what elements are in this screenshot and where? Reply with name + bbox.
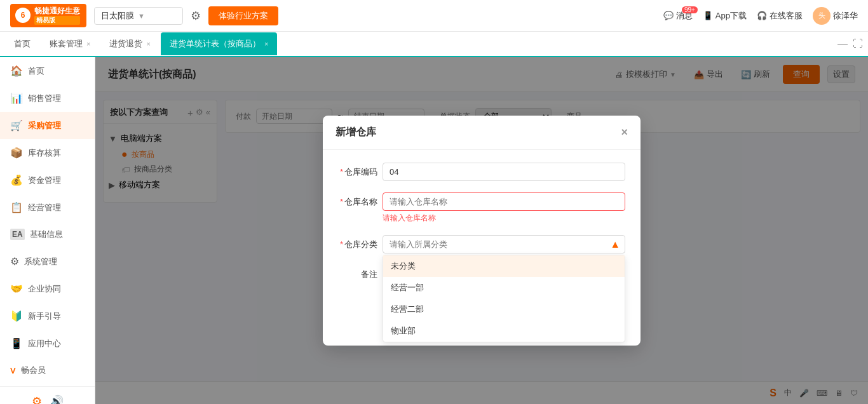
user-menu[interactable]: 头 徐泽华	[813, 7, 858, 25]
logo-name: 畅捷通好生意	[34, 6, 80, 15]
main-layout: 🏠 首页 📊 销售管理 🛒 采购管理 📦 库存核算 💰 资金管理 📋 经营管理 …	[0, 57, 868, 404]
category-select-wrap: ▲	[383, 235, 625, 253]
sidebar-sales-label: 销售管理	[28, 93, 61, 104]
dialog-title: 新增仓库	[336, 126, 376, 139]
notification-button[interactable]: 💬 消息 99+	[663, 10, 693, 22]
tab-minimize-icon[interactable]: —	[837, 38, 848, 50]
top-header: 6 畅捷通好生意 精易版 日太阳膜 ▼ ⚙ 体验行业方案 💬 消息 99+ 📱 …	[0, 0, 868, 32]
dropdown-item-dept2[interactable]: 经营二部	[383, 299, 625, 320]
trial-button[interactable]: 体验行业方案	[208, 6, 278, 25]
sidebar-basic-info-label: 基础信息	[30, 229, 63, 240]
headset-icon: 🎧	[757, 11, 767, 20]
sidebar-purchase-label: 采购管理	[28, 120, 61, 131]
close-purchase-stats-tab[interactable]: ×	[264, 40, 268, 48]
sidebar-item-vip[interactable]: V 畅会员	[0, 357, 95, 384]
category-input[interactable]	[383, 235, 625, 253]
tab-purchase-return[interactable]: 进货退货 ×	[100, 32, 159, 55]
tab-purchase-stats[interactable]: 进货单统计表（按商品） ×	[161, 32, 277, 55]
sidebar-item-home[interactable]: 🏠 首页	[0, 57, 95, 84]
sidebar-operations-label: 经营管理	[28, 202, 61, 213]
tab-bar: 首页 账套管理 × 进货退货 × 进货单统计表（按商品） × — ⛶	[0, 32, 868, 57]
remark-label: 备注	[338, 265, 383, 280]
online-service-button[interactable]: 🎧 在线客服	[757, 10, 803, 22]
dialog-body: 仓库编码 仓库名称 请输入仓库名称	[323, 150, 641, 307]
sidebar-item-guide[interactable]: 🔰 新手引导	[0, 302, 95, 330]
sidebar-item-finance[interactable]: 💰 资金管理	[0, 166, 95, 194]
basic-info-icon: EA	[10, 229, 25, 240]
tab-accounts[interactable]: 账套管理 ×	[41, 32, 99, 55]
sidebar-divider	[0, 386, 95, 387]
store-name: 日太阳膜	[101, 10, 134, 22]
sidebar-guide-label: 新手引导	[28, 311, 61, 322]
sidebar-item-purchase[interactable]: 🛒 采购管理	[0, 112, 95, 139]
sidebar-vip-label: 畅会员	[21, 365, 46, 376]
dropdown-dept1-label: 经营一部	[391, 283, 424, 292]
finance-icon: 💰	[10, 174, 23, 186]
dropdown-item-property[interactable]: 物业部	[383, 320, 625, 342]
sidebar-item-system[interactable]: ⚙ 系统管理	[0, 248, 95, 275]
dropdown-uncategorized-label: 未分类	[391, 261, 416, 271]
notification-badge: 99+	[682, 6, 698, 13]
category-label: 仓库分类	[338, 235, 383, 250]
sidebar-item-sales[interactable]: 📊 销售管理	[0, 84, 95, 112]
operations-icon: 📋	[10, 201, 23, 213]
logo-area: 6 畅捷通好生意 精易版	[10, 4, 86, 27]
tab-home[interactable]: 首页	[5, 32, 39, 55]
tab-actions: — ⛶	[837, 38, 863, 50]
logo-icon: 6	[15, 8, 31, 23]
name-field-row: 仓库名称 请输入仓库名称	[338, 192, 625, 224]
sidebar-finance-label: 资金管理	[28, 175, 61, 186]
system-icon: ⚙	[10, 255, 19, 267]
dropdown-dept2-label: 经营二部	[391, 304, 424, 314]
app-download-button[interactable]: 📱 App下载	[703, 10, 747, 22]
dialog-close-button[interactable]: ×	[621, 126, 628, 139]
tab-purchase-stats-label: 进货单统计表（按商品）	[170, 38, 261, 50]
vip-icon: V	[10, 366, 16, 375]
store-selector[interactable]: 日太阳膜 ▼	[94, 7, 183, 25]
name-field: 请输入仓库名称	[383, 192, 625, 224]
content-area: 进货单统计(按商品) 🖨 按模板打印 ▼ 📤 导出 🔄 刷新 查询 设置	[95, 57, 868, 404]
category-dropdown: 未分类 经营一部 经营二部 物业部	[383, 255, 625, 342]
dialog-overlay: 新增仓库 × 仓库编码 仓库名称	[95, 57, 868, 404]
header-right: 💬 消息 99+ 📱 App下载 🎧 在线客服 头 徐泽华	[663, 7, 858, 25]
purchase-icon: 🛒	[10, 119, 23, 131]
sidebar-item-cooperation[interactable]: 🤝 企业协同	[0, 275, 95, 302]
code-field	[383, 163, 625, 181]
cooperation-icon: 🤝	[10, 283, 23, 295]
dropdown-item-dept1[interactable]: 经营一部	[383, 277, 625, 299]
speaker-icon[interactable]: 🔊	[50, 394, 64, 404]
sidebar-item-operations[interactable]: 📋 经营管理	[0, 194, 95, 221]
tab-purchase-return-label: 进货退货	[109, 38, 142, 50]
category-field: ▲ 未分类 经营一部 经营二部	[383, 235, 625, 253]
close-accounts-tab[interactable]: ×	[86, 40, 90, 48]
app-download-label: App下载	[715, 10, 747, 22]
close-purchase-return-tab[interactable]: ×	[146, 40, 150, 48]
settings-icon[interactable]: ⚙	[191, 9, 201, 23]
name-error-message: 请输入仓库名称	[383, 213, 625, 224]
avatar: 头	[813, 7, 831, 25]
name-input[interactable]	[383, 192, 625, 211]
tab-home-label: 首页	[14, 38, 31, 50]
sales-icon: 📊	[10, 92, 23, 104]
sidebar-item-basic-info[interactable]: EA 基础信息	[0, 221, 95, 248]
sidebar-item-app-center[interactable]: 📱 应用中心	[0, 330, 95, 357]
sidebar-home-label: 首页	[28, 65, 44, 77]
code-field-row: 仓库编码	[338, 163, 625, 181]
dropdown-item-uncategorized[interactable]: 未分类	[383, 255, 625, 277]
store-dropdown-icon: ▼	[138, 12, 145, 20]
code-input[interactable]	[383, 163, 625, 181]
code-label: 仓库编码	[338, 163, 383, 178]
home-icon: 🏠	[10, 65, 23, 77]
sidebar-footer: ⚙ 🔊	[0, 384, 95, 404]
settings-bottom-icon[interactable]: ⚙	[32, 394, 42, 404]
logo-sub: 精易版	[34, 16, 80, 25]
category-field-row: 仓库分类 ▲ 未分类	[338, 235, 625, 253]
new-warehouse-dialog: 新增仓库 × 仓库编码 仓库名称	[323, 116, 641, 346]
sidebar-inventory-label: 库存核算	[28, 147, 61, 159]
tab-expand-icon[interactable]: ⛶	[853, 38, 863, 50]
online-service-label: 在线客服	[770, 10, 803, 22]
sidebar-item-inventory[interactable]: 📦 库存核算	[0, 139, 95, 166]
phone-icon: 📱	[703, 11, 713, 20]
sidebar: 🏠 首页 📊 销售管理 🛒 采购管理 📦 库存核算 💰 资金管理 📋 经营管理 …	[0, 57, 95, 404]
category-arrow-icon[interactable]: ▲	[610, 239, 620, 250]
